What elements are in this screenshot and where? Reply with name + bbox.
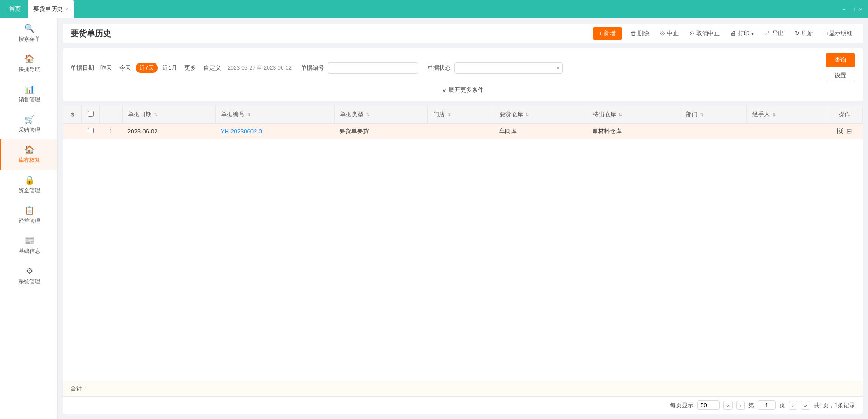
tab-home[interactable]: 首页 (4, 0, 26, 18)
row-pending-warehouse: 原材料仓库 (587, 124, 680, 139)
select-all-checkbox[interactable] (88, 111, 94, 117)
refresh-button[interactable]: ↻ 刷新 (792, 28, 816, 39)
sidebar-item-quick-nav[interactable]: 🏠 快捷导航 (0, 48, 57, 79)
new-button[interactable]: + 新增 (593, 27, 622, 40)
sidebar-item-basic-info[interactable]: 📰 基础信息 (0, 230, 57, 261)
display-detail-button[interactable]: □ 显示明细 (821, 28, 855, 39)
date-option-more[interactable]: 更多 (182, 63, 199, 73)
last-page-button[interactable]: » (801, 401, 810, 410)
prev-page-button[interactable]: ‹ (736, 401, 745, 410)
doc-no-label: 单据编号 (301, 64, 324, 72)
sidebar-item-label: 快捷导航 (19, 66, 40, 73)
next-page-button[interactable]: › (789, 401, 797, 410)
page-number-input[interactable] (758, 400, 776, 410)
col-num (99, 106, 122, 124)
basic-info-icon: 📰 (24, 236, 34, 246)
sidebar-item-label: 系统管理 (19, 278, 40, 286)
content-area: 要货单历史 + 新增 🗑 删除 ⊘ 中止 ⊘ 取消中止 🖨 打印 ▾ ↗ 导出 … (58, 18, 868, 419)
sort-doc-type-icon[interactable]: ⇅ (366, 112, 369, 117)
export-button[interactable]: ↗ 导出 (762, 28, 787, 39)
sidebar-item-search-menu[interactable]: 🔍 搜索菜单 (0, 18, 57, 48)
sidebar-item-system-mgmt[interactable]: ⚙ 系统管理 (0, 261, 57, 291)
summary-label: 合计： (71, 385, 88, 393)
expand-more-button[interactable]: ∨ 展开更多条件 (71, 84, 855, 96)
row-num-cell: 1 (99, 124, 122, 139)
col-doc-date[interactable]: 单据日期 ⇅ (122, 106, 215, 124)
close-icon[interactable]: × (859, 6, 863, 13)
total-info: 共1页，1条记录 (814, 401, 855, 409)
sidebar-item-purchase-mgmt[interactable]: 🛒 采购管理 (0, 109, 57, 139)
col-department[interactable]: 部门 ⇅ (680, 106, 746, 124)
date-option-today[interactable]: 今天 (117, 63, 134, 73)
operations-icon: 📋 (24, 205, 34, 215)
maximize-icon[interactable]: □ (851, 6, 855, 13)
pagination-bar: 每页显示 50 10 20 100 « ‹ 第 页 › » 共1页，1条记录 (63, 396, 863, 414)
sort-handler-icon[interactable]: ⇅ (772, 112, 776, 117)
row-doc-type: 要货单要货 (334, 124, 427, 139)
sort-department-icon[interactable]: ⇅ (700, 112, 703, 117)
col-pending-warehouse[interactable]: 待出仓库 ⇅ (587, 106, 680, 124)
sidebar-item-sales-mgmt[interactable]: 📊 销售管理 (0, 79, 57, 109)
window-controls: － □ × (841, 5, 868, 13)
print-button[interactable]: 🖨 打印 ▾ (728, 28, 757, 39)
col-handler[interactable]: 经手人 ⇅ (746, 106, 826, 124)
date-option-yesterday[interactable]: 昨天 (98, 63, 115, 73)
cancel-stop-button[interactable]: ⊘ 取消中止 (687, 28, 722, 39)
sidebar: 🔍 搜索菜单 🏠 快捷导航 📊 销售管理 🛒 采购管理 🏠 库存核算 🔒 资金管… (0, 18, 58, 419)
sidebar-item-finance-mgmt[interactable]: 🔒 资金管理 (0, 170, 57, 200)
date-option-custom[interactable]: 自定义 (201, 63, 224, 73)
sidebar-item-operations-mgmt[interactable]: 📋 经营管理 (0, 200, 57, 230)
main-layout: 🔍 搜索菜单 🏠 快捷导航 📊 销售管理 🛒 采购管理 🏠 库存核算 🔒 资金管… (0, 18, 868, 419)
col-store[interactable]: 门店 ⇅ (427, 106, 494, 124)
sort-doc-no-icon[interactable]: ⇅ (247, 112, 250, 117)
minimize-icon[interactable]: － (841, 5, 847, 13)
expand-more-label: 展开更多条件 (448, 86, 484, 94)
status-select[interactable] (454, 62, 563, 74)
col-settings[interactable]: ⚙ (63, 106, 81, 124)
sort-store-icon[interactable]: ⇅ (447, 112, 451, 117)
row-checkbox[interactable] (88, 128, 94, 133)
tab-active[interactable]: 要货单历史 × (28, 0, 74, 18)
sidebar-item-label: 基础信息 (19, 248, 40, 255)
query-button[interactable]: 查询 (826, 53, 855, 67)
finance-icon: 🔒 (24, 175, 34, 185)
row-view-icon[interactable]: 🖼 (836, 127, 843, 135)
summary-bar: 合计： (63, 381, 863, 396)
col-doc-no[interactable]: 单据编号 ⇅ (215, 106, 334, 124)
data-table: ⚙ 单据日期 ⇅ 单据编号 ⇅ (63, 106, 863, 139)
page-header: 要货单历史 + 新增 🗑 删除 ⊘ 中止 ⊘ 取消中止 🖨 打印 ▾ ↗ 导出 … (63, 24, 863, 43)
sort-doc-date-icon[interactable]: ⇅ (154, 112, 157, 117)
date-range-text: 2023-05-27 至 2023-06-02 (227, 64, 291, 72)
doc-no-input[interactable] (328, 62, 418, 74)
delete-button[interactable]: 🗑 删除 (627, 28, 652, 39)
sort-pending-warehouse-icon[interactable]: ⇅ (618, 112, 622, 117)
row-handler (746, 124, 826, 139)
stop-button[interactable]: ⊘ 中止 (657, 28, 681, 39)
date-filter-label: 单据日期 (71, 64, 94, 72)
table-section: ⚙ 单据日期 ⇅ 单据编号 ⇅ (63, 106, 863, 414)
table-header-row: ⚙ 单据日期 ⇅ 单据编号 ⇅ (63, 106, 863, 124)
filter-settings-button[interactable]: 设置 (826, 69, 855, 82)
date-option-1month[interactable]: 近1月 (160, 63, 180, 73)
row-more-icon[interactable]: ⊞ (846, 127, 852, 135)
col-req-warehouse[interactable]: 要货仓库 ⇅ (494, 106, 587, 124)
row-action-cell: 🖼 ⊞ (826, 124, 863, 139)
sidebar-item-inventory-calc[interactable]: 🏠 库存核算 (0, 139, 57, 170)
page-size-select[interactable]: 50 10 20 100 (697, 400, 720, 410)
status-label: 单据状态 (427, 64, 451, 72)
print-dropdown-icon[interactable]: ▾ (751, 31, 754, 36)
sort-req-warehouse-icon[interactable]: ⇅ (525, 112, 529, 117)
quick-nav-icon: 🏠 (24, 54, 34, 64)
doc-no-filter-group: 单据编号 (301, 62, 418, 74)
row-doc-no[interactable]: YH-20230602-0 (215, 124, 334, 139)
row-store (427, 124, 494, 139)
status-select-wrap: ▾ (454, 62, 563, 74)
page-title: 要货单历史 (71, 28, 111, 39)
first-page-button[interactable]: « (723, 401, 733, 410)
system-icon: ⚙ (26, 266, 33, 276)
sidebar-item-label: 资金管理 (19, 187, 40, 195)
col-doc-type[interactable]: 单据类型 ⇅ (334, 106, 427, 124)
close-tab-icon[interactable]: × (66, 6, 68, 12)
date-option-7days[interactable]: 近7天 (136, 63, 158, 73)
top-bar: 首页 要货单历史 × － □ × (0, 0, 868, 18)
